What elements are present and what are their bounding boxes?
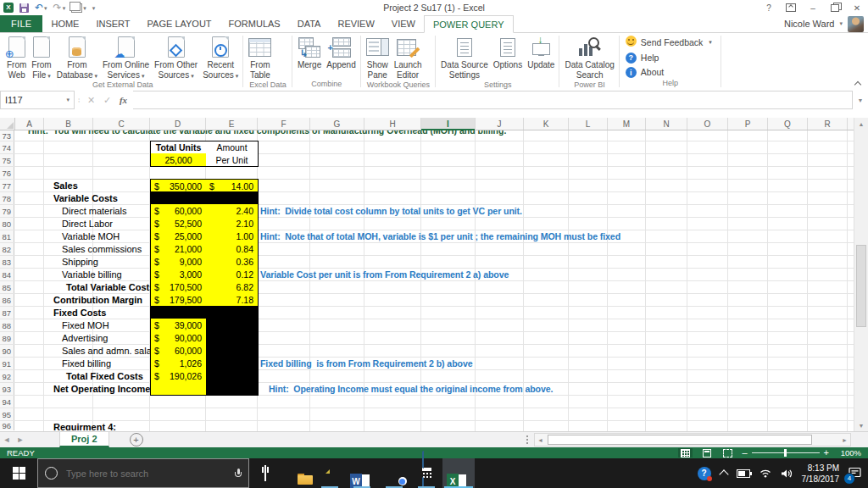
- undo-button[interactable]: ↶▾: [35, 3, 47, 13]
- show-pane-button[interactable]: Show Pane: [364, 32, 392, 80]
- cell-label-86[interactable]: Contribution Margin: [53, 294, 142, 306]
- cell-D91[interactable]: $1,026: [150, 357, 207, 370]
- cell-label-83[interactable]: Shipping: [62, 256, 98, 268]
- column-header-B[interactable]: B: [44, 118, 93, 130]
- cell-E81[interactable]: 1.00: [206, 230, 259, 243]
- data-catalog-search-button[interactable]: Data Catalog Search: [562, 32, 616, 80]
- cell-label-77[interactable]: Sales: [53, 180, 78, 191]
- update-button[interactable]: ↓Update: [525, 32, 557, 70]
- cell-E86[interactable]: 7.18: [206, 293, 259, 307]
- cell-D88[interactable]: $39,000: [150, 319, 207, 332]
- cell-E89[interactable]: [206, 331, 259, 345]
- taskbar-file-explorer-button[interactable]: [281, 458, 314, 488]
- sheet-tab-proj-2[interactable]: Proj 2: [59, 432, 109, 447]
- column-header-R[interactable]: R: [808, 118, 848, 130]
- cell-D74[interactable]: Total Units: [150, 141, 207, 154]
- from-file-button[interactable]: From File▾: [29, 32, 53, 80]
- horizontal-scrollbar-thumb[interactable]: [548, 435, 812, 445]
- tab-scrollbar-splitter[interactable]: [526, 435, 529, 445]
- column-header-K[interactable]: K: [524, 118, 569, 130]
- row-header-87[interactable]: 87: [0, 307, 14, 319]
- cell-E82[interactable]: 0.84: [206, 242, 259, 256]
- cell-label-80[interactable]: Direct Labor: [62, 218, 113, 230]
- account-area[interactable]: Nicole Ward ▾: [784, 15, 868, 32]
- cell-E90[interactable]: [206, 344, 259, 358]
- ribbon-display-options-button[interactable]: [780, 0, 802, 15]
- row-header-92[interactable]: 92: [0, 370, 14, 382]
- cell-E88[interactable]: [206, 319, 259, 332]
- tab-view[interactable]: VIEW: [383, 15, 424, 32]
- cell-label-85[interactable]: Total Variable Costs: [66, 281, 154, 293]
- cell-label-87[interactable]: Fixed Costs: [53, 307, 106, 319]
- cell-D81[interactable]: $25,000: [150, 230, 207, 243]
- cancel-icon[interactable]: ✕: [83, 95, 99, 106]
- cell-hint-81[interactable]: Hint: Note that of total MOH, variable i…: [260, 230, 620, 243]
- column-header-J[interactable]: J: [476, 118, 524, 130]
- start-button[interactable]: [0, 458, 37, 488]
- action-center-icon[interactable]: 4: [849, 466, 861, 481]
- sheet-nav-left-icon[interactable]: ◄: [0, 432, 14, 447]
- column-header-E[interactable]: E: [206, 118, 258, 130]
- cell-D78[interactable]: [150, 191, 207, 205]
- row-header-79[interactable]: 79: [0, 205, 14, 217]
- from-table-button[interactable]: From Table: [246, 32, 274, 80]
- row-header-88[interactable]: 88: [0, 319, 14, 331]
- row-header-94[interactable]: 94: [0, 396, 14, 408]
- cell-D79[interactable]: $60,000: [150, 204, 207, 218]
- taskbar-excel-button[interactable]: X: [442, 458, 475, 488]
- row-header-76[interactable]: 76: [0, 167, 14, 179]
- cell-hint-93[interactable]: Hint: Operating Income must equal the or…: [269, 383, 553, 396]
- row-header-81[interactable]: 81: [0, 230, 14, 242]
- from-database-button[interactable]: From Database▾: [54, 32, 100, 80]
- cell-E75[interactable]: Per Unit: [206, 153, 259, 167]
- row-header-84[interactable]: 84: [0, 269, 14, 280]
- from-web-button[interactable]: ⊕From Web: [4, 32, 29, 80]
- cell-D90[interactable]: $60,000: [150, 344, 207, 358]
- row-header-75[interactable]: 75: [0, 154, 14, 166]
- vertical-scrollbar-thumb[interactable]: [856, 245, 866, 327]
- column-header-F[interactable]: F: [258, 118, 310, 130]
- select-all-corner[interactable]: [0, 118, 15, 130]
- cell-E87[interactable]: [206, 306, 259, 319]
- cell-D89[interactable]: $90,000: [150, 331, 207, 345]
- battery-icon[interactable]: [737, 469, 750, 478]
- vertical-scrollbar[interactable]: ▲ ▼: [854, 118, 868, 431]
- tab-review[interactable]: REVIEW: [329, 15, 382, 32]
- sheet-nav-right-icon[interactable]: ►: [14, 432, 27, 447]
- scroll-down-icon[interactable]: ▼: [854, 419, 868, 431]
- formula-input[interactable]: [133, 91, 853, 109]
- row-header-80[interactable]: 80: [0, 218, 14, 230]
- taskbar-sticky-notes-button[interactable]: [314, 458, 346, 488]
- from-other-sources-button[interactable]: From Other Sources▾: [152, 32, 200, 80]
- cell-D93[interactable]: [150, 382, 207, 396]
- append-button[interactable]: +Append: [324, 32, 358, 70]
- taskbar-calculator-button[interactable]: [410, 458, 442, 488]
- cell-label-81[interactable]: Variable MOH: [62, 230, 120, 242]
- insert-function-icon[interactable]: fx: [115, 95, 131, 105]
- zoom-in-button[interactable]: +: [824, 448, 829, 458]
- merge-button[interactable]: ↳Merge: [295, 32, 324, 70]
- column-header-H[interactable]: H: [364, 118, 421, 130]
- column-header-I[interactable]: I: [421, 118, 476, 130]
- taskbar-search[interactable]: [37, 458, 249, 488]
- row-header-85[interactable]: 85: [0, 281, 14, 293]
- taskbar-task-view-button[interactable]: [249, 458, 281, 488]
- help-button[interactable]: ?Help: [622, 51, 719, 64]
- column-header-Q[interactable]: Q: [768, 118, 808, 130]
- zoom-out-button[interactable]: –: [742, 448, 747, 458]
- cell-label-88[interactable]: Fixed MOH: [62, 319, 109, 331]
- screen-clip-button[interactable]: ▾: [71, 3, 86, 13]
- zoom-level[interactable]: 100%: [836, 448, 861, 458]
- row-header-89[interactable]: 89: [0, 332, 14, 344]
- cell-E92[interactable]: [206, 369, 259, 383]
- cell-label-92[interactable]: Total Fixed Costs: [66, 370, 143, 382]
- tab-file[interactable]: FILE: [0, 15, 42, 32]
- cell-label-78[interactable]: Variable Costs: [53, 192, 118, 204]
- tab-power-query[interactable]: POWER QUERY: [424, 15, 514, 33]
- cell-E85[interactable]: 6.82: [206, 280, 259, 294]
- zoom-slider[interactable]: [752, 452, 820, 453]
- cell-E79[interactable]: 2.40: [206, 204, 259, 218]
- cell-label-79[interactable]: Direct materials: [62, 205, 126, 217]
- collapse-ribbon-button[interactable]: [855, 80, 861, 86]
- wifi-icon[interactable]: [760, 469, 771, 478]
